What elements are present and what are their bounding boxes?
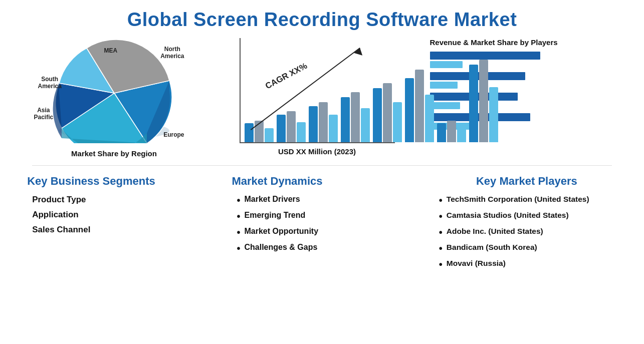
player-item-2: Camtasia Studios (United States) (439, 211, 617, 222)
bar-gray (255, 121, 264, 142)
bar-blue (373, 88, 382, 142)
segment-item-3: Sales Channel (32, 225, 207, 235)
segment-item-2: Application (32, 210, 207, 220)
pie-chart: NorthAmerica MEA SouthAmerica AsiaPacifi… (34, 38, 194, 148)
dynamics-item-3: Market Opportunity (237, 227, 412, 238)
svg-marker-2 (354, 48, 362, 56)
bottom-section: Key Business Segments Product Type Appli… (0, 166, 644, 275)
hbar-light-2 (430, 82, 458, 89)
bar-group-5 (373, 83, 402, 142)
bar-light (457, 128, 466, 142)
player-item-4: Bandicam (South Korea) (439, 243, 617, 254)
bar-blue (437, 123, 446, 142)
bar-blue (309, 106, 318, 142)
players-col: Key Market Players TechSmith Corporation… (437, 175, 617, 275)
hbar-row-2 (430, 72, 600, 89)
bar-blue (469, 65, 478, 142)
bar-light (361, 108, 370, 142)
bar-gray (479, 60, 488, 142)
dynamics-col: Market Dynamics Market Drivers Emerging … (232, 175, 412, 275)
segments-title: Key Business Segments (27, 175, 207, 188)
bar-gray (415, 70, 424, 142)
segments-col: Key Business Segments Product Type Appli… (27, 175, 207, 275)
bar-light (425, 95, 434, 142)
pie-label-south-america: SouthAmerica (38, 76, 62, 90)
bar-section: CAGR XX% (232, 38, 402, 156)
dynamics-item-2: Emerging Trend (237, 211, 412, 222)
player-item-5: Movavi (Russia) (439, 259, 617, 270)
pie-chart-title: Market Share by Region (71, 149, 157, 158)
bar-group-1 (245, 121, 274, 142)
players-title: Key Market Players (437, 175, 617, 188)
bar-group-6 (405, 70, 434, 142)
bar-blue (277, 115, 286, 142)
bar-chart-title: USD XX Million (2023) (278, 147, 356, 156)
bar-gray (287, 111, 296, 142)
hbar-light-3 (430, 102, 460, 109)
pie-section: NorthAmerica MEA SouthAmerica AsiaPacifi… (24, 38, 204, 158)
bar-blue (405, 78, 414, 142)
bar-group-3 (309, 102, 338, 142)
segments-list: Product Type Application Sales Channel (27, 195, 207, 235)
page-title: Global Screen Recording Software Market (0, 0, 644, 36)
bar-group-4 (341, 92, 370, 142)
hbar-title: Revenue & Market Share by Players (430, 38, 558, 47)
bar-light (297, 122, 306, 142)
dynamics-item-4: Challenges & Gaps (237, 243, 412, 254)
hbar-row-1 (430, 52, 600, 68)
dynamics-title: Market Dynamics (232, 175, 412, 188)
bar-gray (383, 83, 392, 142)
bar-light (329, 115, 338, 142)
pie-label-mea: MEA (104, 47, 118, 54)
player-item-3: Adobe Inc. (United States) (439, 227, 617, 238)
bar-light (265, 128, 274, 142)
dynamics-item-1: Market Drivers (237, 195, 412, 206)
bar-gray (447, 121, 456, 142)
segment-item-1: Product Type (32, 195, 207, 205)
bar-chart: CAGR XX% (240, 38, 395, 143)
hbar-light-1 (430, 61, 463, 68)
svg-text:CAGR XX%: CAGR XX% (264, 61, 309, 91)
players-list: TechSmith Corporation (United States) Ca… (437, 195, 617, 270)
bar-gray (319, 102, 328, 142)
player-item-1: TechSmith Corporation (United States) (439, 195, 617, 206)
pie-label-asia-pacific: AsiaPacific (34, 107, 54, 121)
bar-light (489, 87, 498, 142)
bar-blue (341, 97, 350, 142)
bar-blue (245, 123, 254, 142)
pie-label-north-america: NorthAmerica (160, 46, 184, 60)
dynamics-list: Market Drivers Emerging Trend Market Opp… (232, 195, 412, 254)
hbar-section: Revenue & Market Share by Players (430, 38, 620, 130)
bar-group-2 (277, 111, 306, 142)
bar-gray (351, 92, 360, 142)
bar-light (393, 102, 402, 142)
bar-group-7 (437, 121, 466, 142)
hbar-dark-1 (430, 52, 540, 60)
hbar-row-3 (430, 93, 600, 109)
pie-label-europe: Europe (163, 131, 184, 138)
top-section: NorthAmerica MEA SouthAmerica AsiaPacifi… (0, 38, 644, 158)
bar-group-8 (469, 60, 498, 142)
